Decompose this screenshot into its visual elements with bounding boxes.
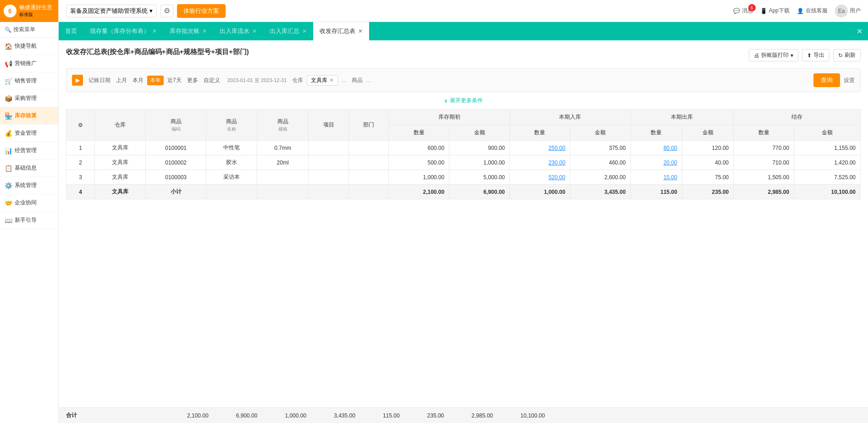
online-service-label: 在线客服: [806, 7, 828, 15]
cell-out-qty[interactable]: 15.00: [630, 170, 682, 185]
sidebar-item-purchase[interactable]: 📦 采购管理: [0, 90, 58, 107]
tab-inout-flow[interactable]: 出入库流水 ✕: [213, 22, 263, 40]
cell-out-qty[interactable]: 80.00: [630, 141, 682, 155]
col-group-in: 本期入库: [510, 110, 631, 125]
phone-icon: 📱: [760, 8, 767, 14]
export-button[interactable]: ⬆ 导出: [802, 49, 829, 61]
logo-icon: 6: [4, 5, 17, 17]
marketing-icon: 📢: [5, 60, 12, 67]
filter-toggle-button[interactable]: ▶: [72, 75, 83, 86]
col-warehouse-header: 仓库: [95, 110, 146, 141]
print-button[interactable]: 🖨 拆账版打印 ▾: [749, 49, 798, 61]
chevron-down-icon-print: ▾: [791, 52, 793, 59]
message-button[interactable]: 💬 消息 6: [733, 7, 753, 15]
date-opt-this-year[interactable]: 本年: [147, 76, 164, 85]
expand-label: 展开更多条件: [450, 97, 483, 104]
refresh-icon: ↻: [838, 52, 843, 59]
cell-code: 0100001: [146, 141, 206, 155]
print-icon: 🖨: [754, 52, 759, 59]
tab-close-inout-summary[interactable]: ✕: [302, 28, 307, 34]
user-label: 用户: [850, 7, 861, 15]
warehouse-tag[interactable]: 文具库 ✕: [307, 75, 338, 86]
sidebar-item-label: 营销推广: [15, 60, 37, 67]
sidebar-item-search[interactable]: 🔍 搜索菜单: [0, 22, 58, 38]
system-selector[interactable]: 装备及固定资产辅助管理系统 ▾: [66, 5, 157, 17]
warehouse-tag-close[interactable]: ✕: [329, 77, 334, 83]
tab-close-inout-flow[interactable]: ✕: [252, 28, 257, 34]
tab-stock-dist-label: 现存量（库存分布表）: [90, 27, 149, 35]
app-download-button[interactable]: 📱 App下载: [760, 7, 790, 15]
col-name-header: 商品名称: [206, 110, 257, 141]
goods-filter-label: 商品: [352, 77, 363, 84]
cell-in-amt: 460.00: [570, 155, 630, 170]
tab-recv-send-summary-label: 收发存汇总表: [320, 27, 355, 35]
sidebar-item-system[interactable]: ⚙️ 系统管理: [0, 177, 58, 194]
finance-icon: 💰: [5, 130, 12, 137]
cell-opening-amt: 5,000.00: [449, 170, 510, 185]
filter-settings-link[interactable]: 设置: [844, 77, 855, 84]
tab-close-batch-account[interactable]: ✕: [202, 28, 207, 34]
user-menu[interactable]: Ea 用户: [835, 5, 861, 17]
date-opt-custom[interactable]: 自定义: [202, 76, 222, 85]
sidebar-item-inventory[interactable]: 🏪 库存核算: [0, 107, 58, 125]
date-opt-7days[interactable]: 近7天: [166, 76, 183, 85]
cell-spec: 20ml: [257, 155, 308, 170]
tab-home[interactable]: 首页: [59, 22, 83, 40]
sidebar-item-basic[interactable]: 📋 基础信息: [0, 159, 58, 177]
col-in-amt: 金额: [570, 125, 630, 141]
subtotal-empty3: [309, 185, 349, 199]
logo-title: 畅捷通好生意: [19, 4, 52, 11]
date-opt-last-month[interactable]: 上月: [114, 76, 129, 85]
goods-more[interactable]: ...: [366, 77, 371, 83]
sidebar-item-enterprise[interactable]: 🤝 企业协同: [0, 194, 58, 212]
warehouse-more[interactable]: ...: [342, 77, 346, 83]
subtotal-warehouse: 文具库: [95, 185, 146, 199]
content-area: 收发存汇总表(按仓库+商品编码+商品+规格型号+项目+部门) 🖨 拆账版打印 ▾…: [59, 40, 868, 423]
total-bal-qty: 2,985.00: [471, 412, 493, 419]
query-button[interactable]: 查询: [813, 73, 840, 87]
cell-out-qty[interactable]: 20.00: [630, 155, 682, 170]
settings-button[interactable]: ⚙: [160, 5, 173, 17]
warehouse-filter-label: 仓库: [292, 77, 303, 84]
date-opt-this-month[interactable]: 本月: [131, 76, 145, 85]
subtotal-in-qty: 1,000.00: [510, 185, 570, 199]
sidebar-item-label: 资金管理: [15, 129, 37, 137]
sidebar-item-marketing[interactable]: 📢 营销推广: [0, 55, 58, 72]
sidebar-item-sales[interactable]: 🛒 销售管理: [0, 72, 58, 90]
sidebar-item-finance[interactable]: 💰 资金管理: [0, 125, 58, 142]
subtotal-bal-amt: 10,100.00: [794, 185, 861, 199]
total-in-qty: 1,000.00: [285, 412, 306, 419]
experience-button[interactable]: 体验行业方案: [177, 4, 226, 18]
tab-bar-close-button[interactable]: ✕: [851, 27, 868, 36]
subtotal-empty2: [257, 185, 308, 199]
warehouse-filter-section: 仓库 文具库 ✕ ...: [292, 75, 346, 86]
col-settings[interactable]: ⚙: [66, 110, 95, 141]
cell-in-qty[interactable]: 230.00: [510, 155, 570, 170]
inventory-icon: 🏪: [5, 112, 12, 120]
cell-in-amt: 2,600.00: [570, 170, 630, 185]
sidebar-item-quick-nav[interactable]: 🏠 快捷导航: [0, 38, 58, 55]
cell-in-qty[interactable]: 520.00: [510, 170, 570, 185]
tab-batch-account[interactable]: 库存批次账 ✕: [163, 22, 213, 40]
expand-conditions-button[interactable]: ∨ 展开更多条件: [444, 97, 483, 104]
refresh-button[interactable]: ↻ 刷新: [833, 49, 861, 61]
online-service-button[interactable]: 👤 在线客服: [797, 7, 828, 15]
cell-in-qty[interactable]: 250.00: [510, 141, 570, 155]
tab-close-stock-dist[interactable]: ✕: [152, 28, 157, 34]
sidebar-item-label: 采购管理: [15, 94, 37, 102]
cell-bal-amt: 1,420.00: [794, 155, 861, 170]
tab-recv-send-summary[interactable]: 收发存汇总表 ✕: [313, 22, 369, 40]
tab-stock-dist[interactable]: 现存量（库存分布表） ✕: [83, 22, 163, 40]
tab-inout-summary[interactable]: 出入库汇总 ✕: [263, 22, 313, 40]
sidebar-item-label: 企业协同: [15, 199, 37, 207]
cell-opening-amt: 1,000.00: [449, 155, 510, 170]
tab-close-recv-send-summary[interactable]: ✕: [358, 28, 363, 34]
cell-bal-qty: 710.00: [734, 155, 794, 170]
sidebar-item-operations[interactable]: 📊 经营管理: [0, 142, 58, 159]
sidebar-item-guide[interactable]: 📖 新手引导: [0, 212, 58, 229]
date-opt-more[interactable]: 更多: [185, 76, 200, 85]
cell-bal-qty: 1,505.00: [734, 170, 794, 185]
subtotal-row: 4 文具库 小计 2,100.00 6,900.00 1,000.00 3,43…: [66, 185, 861, 199]
header-left: 装备及固定资产辅助管理系统 ▾ ⚙ 体验行业方案: [66, 4, 226, 18]
cell-name: 胶水: [206, 155, 257, 170]
